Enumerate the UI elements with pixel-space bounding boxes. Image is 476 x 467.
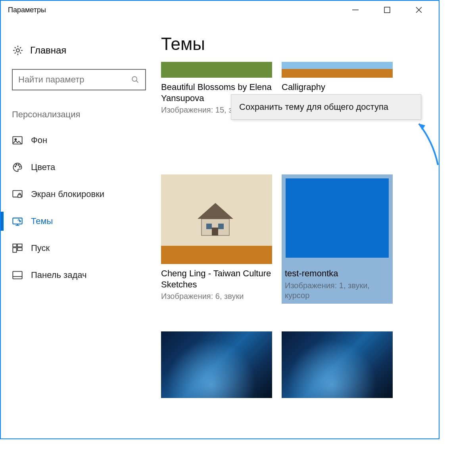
sidebar-item-label: Цвета [31, 162, 55, 172]
theme-card[interactable]: Cheng Ling - Taiwan Culture Sketches Изо… [161, 174, 272, 304]
theme-name: Calligraphy [282, 82, 393, 93]
theme-card[interactable] [282, 331, 393, 398]
svg-point-8 [15, 139, 16, 140]
search-box[interactable] [12, 69, 146, 90]
home-label: Главная [30, 45, 66, 56]
close-button[interactable] [403, 1, 435, 19]
svg-rect-18 [13, 248, 16, 253]
sidebar-item-label: Экран блокировки [31, 189, 104, 199]
lockscreen-icon [12, 189, 23, 200]
theme-thumbnail [282, 331, 393, 398]
svg-rect-14 [18, 195, 21, 197]
svg-rect-26 [212, 228, 218, 235]
theme-thumbnail [161, 62, 272, 78]
svg-rect-19 [17, 248, 22, 251]
svg-rect-16 [13, 244, 16, 247]
sidebar-item-label: Панель задач [31, 270, 87, 280]
sidebar-item-label: Темы [31, 216, 53, 226]
sidebar-item-taskbar[interactable]: Панель задач [1, 262, 152, 289]
svg-marker-22 [198, 203, 233, 219]
maximize-button[interactable] [371, 1, 403, 19]
sidebar-item-start[interactable]: Пуск [1, 235, 152, 262]
theme-thumbnail [161, 331, 272, 398]
theme-card-selected[interactable]: test-remontka Изображения: 1, звуки, кур… [282, 174, 393, 304]
start-icon [12, 243, 23, 254]
theme-thumbnail [282, 174, 393, 264]
svg-point-5 [132, 77, 137, 81]
search-input[interactable] [18, 75, 131, 85]
sidebar-item-background[interactable]: Фон [1, 127, 152, 154]
theme-info: Изображения: 6, звуки [161, 291, 272, 301]
svg-point-12 [19, 167, 20, 167]
svg-rect-20 [13, 272, 22, 279]
sidebar-item-colors[interactable]: Цвета [1, 154, 152, 181]
main-content: Темы Beautiful Blossoms by Elena Yansupo… [152, 19, 439, 438]
svg-point-4 [16, 49, 19, 52]
svg-point-10 [16, 164, 17, 165]
window-title: Параметры [8, 6, 46, 14]
svg-point-9 [15, 166, 16, 167]
sidebar-item-label: Пуск [31, 243, 50, 253]
gear-icon [12, 44, 24, 56]
sidebar-item-themes[interactable]: Темы [1, 208, 152, 235]
theme-thumbnail [282, 62, 393, 78]
theme-card[interactable] [161, 331, 272, 398]
sidebar-item-lockscreen[interactable]: Экран блокировки [1, 181, 152, 208]
theme-name: Cheng Ling - Taiwan Culture Sketches [161, 268, 272, 290]
sidebar: Главная Персонализация Фон Цвета [1, 19, 152, 438]
theme-thumbnail [161, 174, 272, 264]
themes-icon [12, 216, 23, 227]
minimize-button[interactable] [340, 1, 371, 19]
taskbar-icon [12, 270, 23, 281]
page-heading: Темы [161, 34, 435, 54]
title-bar: Параметры [1, 1, 439, 19]
theme-info: Изображения: 1, звуки, курсор [282, 281, 393, 300]
section-title: Персонализация [1, 90, 152, 127]
svg-rect-17 [17, 244, 22, 247]
svg-rect-24 [206, 224, 212, 229]
sidebar-item-label: Фон [31, 135, 47, 145]
context-menu: Сохранить тему для общего доступа [231, 94, 421, 120]
theme-name: test-remontka [282, 268, 393, 279]
svg-rect-25 [218, 224, 224, 229]
picture-icon [12, 135, 23, 146]
palette-icon [12, 162, 23, 173]
home-link[interactable]: Главная [1, 40, 152, 60]
svg-line-6 [136, 81, 138, 83]
svg-point-11 [18, 165, 19, 165]
settings-window: Параметры Главная [0, 0, 440, 439]
context-menu-item-save-theme[interactable]: Сохранить тему для общего доступа [239, 102, 413, 112]
svg-rect-1 [384, 7, 390, 13]
search-icon [131, 75, 140, 84]
